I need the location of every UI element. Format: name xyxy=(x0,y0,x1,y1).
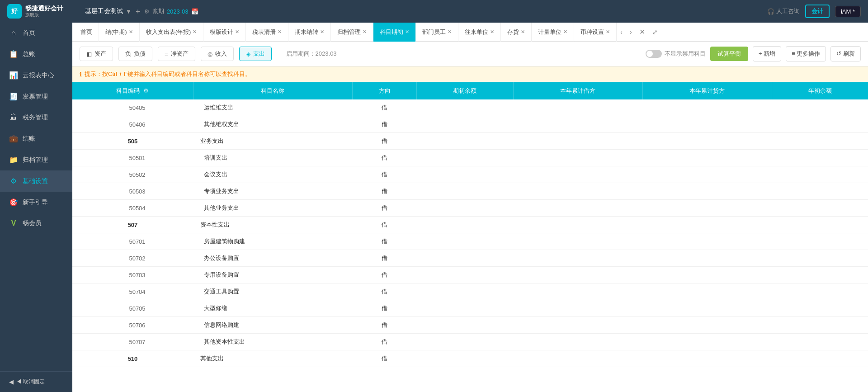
collapse-label: ◀ 取消固定 xyxy=(16,378,45,386)
cell-ytd-credit xyxy=(642,183,772,200)
cell-name: 专用设备购置 xyxy=(193,267,353,283)
headset-icon: 🎧 xyxy=(767,8,774,15)
company-dropdown-icon[interactable]: ▼ xyxy=(126,8,132,15)
table-row[interactable]: 50703 专用设备购置 借 xyxy=(72,267,868,283)
asset-icon: ◧ xyxy=(86,51,92,57)
cell-direction: 借 xyxy=(353,300,417,317)
tab-home[interactable]: 首页 xyxy=(74,23,99,42)
tab-tax-table[interactable]: 税表清册 ✕ xyxy=(246,23,288,42)
table-row[interactable]: 505 业务支出 借 xyxy=(72,133,868,150)
tab-close-all-button[interactable]: ✕ xyxy=(636,26,649,38)
table-row[interactable]: 50707 其他资本性支出 借 xyxy=(72,334,868,350)
col-header-initial: 期初余额 xyxy=(416,82,513,99)
tab-nav-prev[interactable]: ‹ xyxy=(617,27,626,38)
table-row[interactable]: 50702 办公设备购置 借 xyxy=(72,250,868,267)
table-row[interactable]: 50503 专项业务支出 借 xyxy=(72,183,868,200)
tab-archive-mgmt[interactable]: 归档管理 ✕ xyxy=(331,23,373,42)
sidebar-item-reports[interactable]: 📊 云报表中心 xyxy=(0,65,72,86)
tab-counterpart[interactable]: 往来单位 ✕ xyxy=(458,23,501,42)
cell-ytd-credit xyxy=(642,133,772,150)
tab-close-icon[interactable]: ✕ xyxy=(490,29,494,35)
main-layout: ⌂ 首页 📋 总账 📊 云报表中心 🧾 发票管理 🏛 税务管理 💼 结账 📁 归… xyxy=(0,23,868,392)
add-company-icon[interactable]: ＋ xyxy=(134,7,142,16)
tab-close-icon[interactable]: ✕ xyxy=(448,29,452,35)
tab-close-icon[interactable]: ✕ xyxy=(563,29,567,35)
tab-period-transfer[interactable]: 期末结转 ✕ xyxy=(288,23,331,42)
cell-name: 其他维权支出 xyxy=(193,116,353,133)
tab-close-icon[interactable]: ✕ xyxy=(363,29,367,35)
filter-tab-net-asset[interactable]: ≡ 净资产 xyxy=(158,47,195,61)
filter-tab-expense[interactable]: ◈ 支出 xyxy=(239,47,272,61)
filter-tab-liability[interactable]: 负 负债 xyxy=(118,47,152,61)
sidebar-item-ledger[interactable]: 📋 总账 xyxy=(0,43,72,65)
tab-department[interactable]: 部门员工 ✕ xyxy=(416,23,458,42)
table-row[interactable]: 50405 运维维支出 借 xyxy=(72,99,868,116)
sidebar-item-archive[interactable]: 📁 归档管理 xyxy=(0,149,72,170)
table-row[interactable]: 50504 其他业务支出 借 xyxy=(72,200,868,217)
filter-tab-income[interactable]: ◎ 收入 xyxy=(201,47,234,61)
tab-maximize-button[interactable]: ⤢ xyxy=(649,27,661,38)
company-settings-icon[interactable]: ⚙ xyxy=(144,8,150,15)
refresh-button[interactable]: ↺ 刷新 xyxy=(830,46,861,61)
account-button[interactable]: 会计 xyxy=(805,5,830,18)
tab-unit[interactable]: 计量单位 ✕ xyxy=(532,23,574,42)
cell-name: 房屋建筑物购建 xyxy=(193,233,353,250)
table-row[interactable]: 50406 其他维权支出 借 xyxy=(72,116,868,133)
cell-code: 510 xyxy=(72,350,193,367)
table-row[interactable]: 50704 交通工具购置 借 xyxy=(72,283,868,300)
table-container: 科目编码 ⚙ 科目名称 方向 期初余额 本年累计借方 本年累计贷方 年初余额 5… xyxy=(72,82,868,392)
cell-name: 培训支出 xyxy=(193,150,353,166)
table-row[interactable]: 50705 大型修缮 借 xyxy=(72,300,868,317)
tab-close-icon[interactable]: ✕ xyxy=(193,29,197,35)
cell-year-initial xyxy=(772,300,868,317)
sidebar-item-guide[interactable]: 🎯 新手引导 xyxy=(0,192,72,213)
income-icon: ◎ xyxy=(208,51,212,57)
tab-nav-next[interactable]: › xyxy=(626,27,636,38)
table-row[interactable]: 50501 培训支出 借 xyxy=(72,150,868,166)
column-settings-icon[interactable]: ⚙ xyxy=(143,87,149,94)
table-row[interactable]: 507 资本性支出 借 xyxy=(72,217,868,233)
sidebar-item-tax[interactable]: 🏛 税务管理 xyxy=(0,107,72,128)
cell-code: 50704 xyxy=(72,283,193,300)
tab-currency[interactable]: 币种设置 ✕ xyxy=(574,23,617,42)
cell-direction: 借 xyxy=(353,350,417,367)
sidebar-item-invoice[interactable]: 🧾 发票管理 xyxy=(0,86,72,107)
cell-code: 50707 xyxy=(72,334,193,350)
sidebar-collapse-button[interactable]: ◀ ◀ 取消固定 xyxy=(0,371,72,392)
tab-inventory[interactable]: 存货 ✕ xyxy=(501,23,532,42)
sidebar-item-settlement[interactable]: 💼 结账 xyxy=(0,128,72,149)
filter-tab-asset[interactable]: ◧ 资产 xyxy=(80,47,113,61)
tab-mid-settlement[interactable]: 结(中期) ✕ xyxy=(99,23,140,42)
cell-initial-balance xyxy=(416,250,513,267)
tab-subject-initial[interactable]: 科目期初 ✕ xyxy=(373,23,416,42)
cell-year-initial xyxy=(772,317,868,334)
tab-department-label: 部门员工 xyxy=(422,28,446,36)
table-row[interactable]: 50502 会议支出 借 xyxy=(72,166,868,183)
sidebar-item-member[interactable]: V 畅会员 xyxy=(0,213,72,234)
support-button[interactable]: 🎧 人工咨询 xyxy=(767,7,800,15)
sidebar-item-settings[interactable]: ⚙ 基础设置 xyxy=(0,170,72,192)
tab-close-icon[interactable]: ✕ xyxy=(129,29,133,35)
table-row[interactable]: 510 其他支出 借 xyxy=(72,350,868,367)
tab-template[interactable]: 模版设计 ✕ xyxy=(203,23,246,42)
cell-name: 大型修缮 xyxy=(193,300,353,317)
balance-button[interactable]: 试算平衡 xyxy=(710,47,748,61)
cell-direction: 借 xyxy=(353,166,417,183)
tab-close-icon[interactable]: ✕ xyxy=(521,29,525,35)
tab-close-icon[interactable]: ✕ xyxy=(278,29,282,35)
tab-close-icon[interactable]: ✕ xyxy=(405,29,409,35)
more-button[interactable]: ≡ 更多操作 xyxy=(786,46,826,61)
add-button[interactable]: + 新增 xyxy=(753,46,781,61)
tab-close-icon[interactable]: ✕ xyxy=(606,29,610,35)
tab-annual-report[interactable]: 收入支出表(年报) ✕ xyxy=(140,23,204,42)
period-calendar-icon[interactable]: 📅 xyxy=(191,8,198,15)
tab-close-icon[interactable]: ✕ xyxy=(235,29,239,35)
iam-badge[interactable]: iAM * xyxy=(835,6,861,17)
table-row[interactable]: 50706 信息网络购建 借 xyxy=(72,317,868,334)
toggle-disabled-switch[interactable] xyxy=(646,50,662,58)
cell-ytd-debit xyxy=(513,250,642,267)
sidebar-item-home[interactable]: ⌂ 首页 xyxy=(0,23,72,43)
tab-period-transfer-label: 期末结转 xyxy=(295,28,318,36)
tab-close-icon[interactable]: ✕ xyxy=(320,29,324,35)
table-row[interactable]: 50701 房屋建筑物购建 借 xyxy=(72,233,868,250)
